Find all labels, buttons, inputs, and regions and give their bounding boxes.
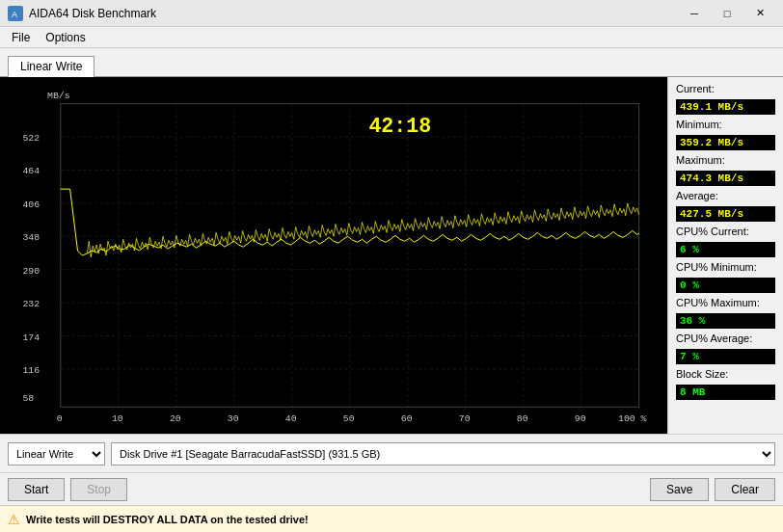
menu-bar: File Options bbox=[0, 27, 783, 48]
cpu-maximum-label: CPU% Maximum: bbox=[676, 297, 775, 308]
average-label: Average: bbox=[676, 190, 775, 201]
cpu-current-label: CPU% Current: bbox=[676, 226, 775, 237]
cpu-average-value: 7 % bbox=[676, 349, 775, 364]
svg-text:20: 20 bbox=[170, 413, 181, 424]
main-content: MB/s bbox=[0, 77, 783, 434]
svg-text:30: 30 bbox=[228, 413, 239, 424]
svg-text:A: A bbox=[12, 10, 17, 19]
cpu-minimum-label: CPU% Minimum: bbox=[676, 261, 775, 273]
cpu-average-label: CPU% Average: bbox=[676, 332, 775, 344]
app-icon: A bbox=[8, 6, 23, 21]
minimum-value: 359.2 MB/s bbox=[676, 135, 775, 150]
cpu-minimum-value: 0 % bbox=[676, 278, 775, 293]
btn-row: Start Stop Save Clear bbox=[0, 472, 783, 505]
window-controls: ─ □ ✕ bbox=[679, 4, 775, 23]
svg-text:290: 290 bbox=[22, 266, 40, 277]
save-button[interactable]: Save bbox=[650, 478, 709, 501]
bottom-controls: Linear Write Linear Read Random Write Ra… bbox=[0, 434, 783, 472]
svg-text:522: 522 bbox=[22, 133, 40, 144]
clear-button[interactable]: Clear bbox=[715, 478, 775, 501]
block-size-label: Block Size: bbox=[676, 368, 775, 380]
window-title: AIDA64 Disk Benchmark bbox=[29, 7, 156, 20]
start-button[interactable]: Start bbox=[8, 478, 65, 501]
svg-text:90: 90 bbox=[575, 413, 586, 424]
svg-text:0: 0 bbox=[57, 413, 63, 424]
cpu-current-value: 6 % bbox=[676, 242, 775, 257]
maximum-label: Maximum: bbox=[676, 154, 775, 166]
warning-text: Write tests will DESTROY ALL DATA on the… bbox=[26, 514, 309, 525]
y-axis-label: MB/s bbox=[47, 91, 70, 101]
minimize-button[interactable]: ─ bbox=[679, 4, 710, 23]
svg-text:58: 58 bbox=[22, 393, 34, 404]
warning-icon: ⚠ bbox=[8, 512, 20, 527]
menu-file[interactable]: File bbox=[4, 29, 38, 46]
drive-select[interactable]: Disk Drive #1 [Seagate BarracudaFastSSD]… bbox=[111, 442, 775, 466]
menu-options[interactable]: Options bbox=[38, 29, 93, 46]
maximize-button[interactable]: □ bbox=[712, 4, 742, 23]
cpu-maximum-value: 36 % bbox=[676, 313, 775, 329]
maximum-value: 474.3 MB/s bbox=[676, 171, 775, 186]
warning-bar: ⚠ Write tests will DESTROY ALL DATA on t… bbox=[0, 505, 783, 532]
svg-text:10: 10 bbox=[112, 413, 123, 424]
current-value: 439.1 MB/s bbox=[676, 99, 775, 115]
svg-text:70: 70 bbox=[459, 413, 471, 424]
test-type-select[interactable]: Linear Write Linear Read Random Write Ra… bbox=[8, 442, 105, 466]
svg-text:50: 50 bbox=[343, 413, 355, 424]
svg-text:174: 174 bbox=[22, 332, 40, 343]
svg-text:406: 406 bbox=[22, 200, 40, 210]
close-button[interactable]: ✕ bbox=[744, 4, 775, 23]
average-value: 427.5 MB/s bbox=[676, 206, 775, 222]
minimum-label: Minimum: bbox=[676, 119, 775, 130]
chart-area: MB/s bbox=[0, 77, 667, 434]
block-size-value: 8 MB bbox=[676, 385, 775, 400]
svg-text:348: 348 bbox=[22, 232, 40, 243]
chart-svg: MB/s bbox=[8, 85, 660, 426]
tab-bar: Linear Write bbox=[0, 48, 783, 77]
title-bar: A AIDA64 Disk Benchmark ─ □ ✕ bbox=[0, 0, 783, 27]
svg-text:60: 60 bbox=[401, 413, 413, 424]
svg-text:80: 80 bbox=[517, 413, 528, 424]
svg-text:116: 116 bbox=[22, 365, 40, 376]
svg-text:40: 40 bbox=[285, 413, 297, 424]
svg-text:464: 464 bbox=[22, 166, 40, 176]
svg-text:232: 232 bbox=[22, 299, 40, 309]
stop-button[interactable]: Stop bbox=[70, 478, 127, 501]
current-label: Current: bbox=[676, 83, 775, 94]
svg-text:100 %: 100 % bbox=[618, 413, 647, 424]
time-display: 42:18 bbox=[368, 115, 431, 138]
tab-linear-write[interactable]: Linear Write bbox=[8, 56, 94, 77]
stats-panel: Current: 439.1 MB/s Minimum: 359.2 MB/s … bbox=[667, 77, 783, 434]
